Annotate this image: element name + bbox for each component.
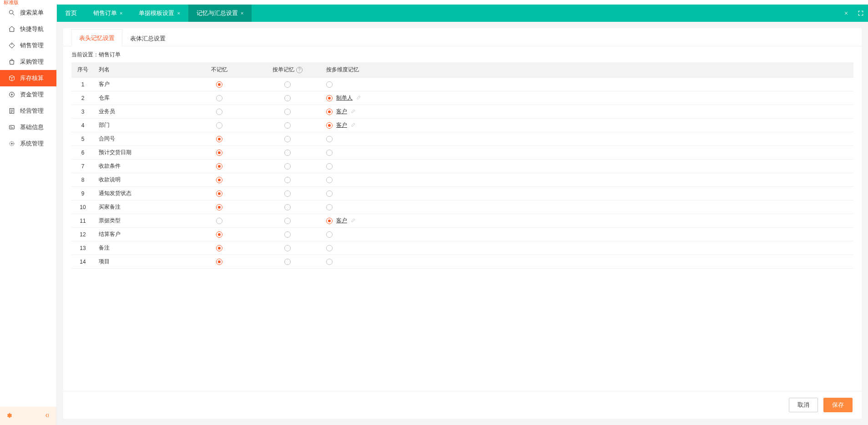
radio-option[interactable] xyxy=(326,163,333,170)
sidebar-item-label: 基础信息 xyxy=(20,123,44,131)
edit-icon[interactable] xyxy=(356,95,362,101)
table-row: 13备注 xyxy=(71,241,853,255)
cell-name: 仓库 xyxy=(94,91,185,105)
collapse-sidebar-icon[interactable] xyxy=(44,412,50,420)
sidebar-item-4[interactable]: 库存核算 xyxy=(0,70,56,86)
radio-option[interactable] xyxy=(216,122,222,129)
radio-option[interactable] xyxy=(326,231,333,238)
radio-option[interactable] xyxy=(284,204,291,210)
save-button[interactable]: 保存 xyxy=(823,398,853,412)
radio-option[interactable] xyxy=(284,122,291,129)
sidebar-item-5[interactable]: 资金管理 xyxy=(0,86,56,103)
dimension-link[interactable]: 客户 xyxy=(336,121,347,129)
radio-option[interactable] xyxy=(284,190,291,197)
radio-option[interactable] xyxy=(216,109,222,115)
radio-option[interactable] xyxy=(284,81,291,88)
radio-option[interactable] xyxy=(326,122,333,129)
radio-option[interactable] xyxy=(326,259,333,265)
radio-option[interactable] xyxy=(216,190,222,197)
close-icon[interactable]: × xyxy=(177,10,180,16)
cell-no-memory xyxy=(185,160,253,173)
cell-no-memory xyxy=(185,119,253,132)
search-icon xyxy=(8,9,15,16)
radio-option[interactable] xyxy=(326,136,333,142)
radio-option[interactable] xyxy=(284,218,291,224)
radio-option[interactable] xyxy=(284,177,291,183)
radio-option[interactable] xyxy=(216,163,222,170)
cell-by-order xyxy=(253,255,322,269)
radio-option[interactable] xyxy=(284,109,291,115)
cell-by-order xyxy=(253,146,322,160)
sidebar-item-label: 库存核算 xyxy=(20,74,44,82)
edit-icon[interactable] xyxy=(351,108,356,115)
radio-option[interactable] xyxy=(216,81,222,88)
close-all-tabs-button[interactable] xyxy=(839,10,853,16)
tab-3[interactable]: 记忆与汇总设置× xyxy=(188,5,252,22)
settings-icon[interactable] xyxy=(6,412,13,420)
svg-point-6 xyxy=(11,143,13,145)
cell-by-order xyxy=(253,78,322,91)
radio-option[interactable] xyxy=(326,204,333,210)
fullscreen-button[interactable] xyxy=(853,10,868,16)
sidebar-item-8[interactable]: 系统管理 xyxy=(0,135,56,152)
sidebar-item-6[interactable]: 经营管理 xyxy=(0,103,56,119)
table-row: 8收款说明 xyxy=(71,173,853,187)
radio-option[interactable] xyxy=(326,81,333,88)
dimension-link[interactable]: 制单人 xyxy=(336,94,353,102)
radio-option[interactable] xyxy=(216,259,222,265)
dimension-link[interactable]: 客户 xyxy=(336,108,347,115)
edit-icon[interactable] xyxy=(351,217,356,224)
radio-option[interactable] xyxy=(284,163,291,170)
radio-option[interactable] xyxy=(216,231,222,238)
dimension-link[interactable]: 客户 xyxy=(336,217,347,225)
radio-option[interactable] xyxy=(326,95,333,101)
sidebar-item-7[interactable]: 基础信息 xyxy=(0,119,56,135)
radio-option[interactable] xyxy=(326,177,333,183)
cell-no-memory xyxy=(185,132,253,146)
cell-no-memory xyxy=(185,255,253,269)
sidebar-item-2[interactable]: 销售管理 xyxy=(0,37,56,54)
radio-option[interactable] xyxy=(326,150,333,156)
table-row: 14项目 xyxy=(71,255,853,269)
sidebar-item-1[interactable]: 快捷导航 xyxy=(0,21,56,37)
radio-option[interactable] xyxy=(326,218,333,224)
radio-option[interactable] xyxy=(216,218,222,224)
radio-option[interactable] xyxy=(326,245,333,251)
help-icon[interactable]: ? xyxy=(296,67,303,73)
sub-tab-0[interactable]: 表头记忆设置 xyxy=(71,29,122,46)
radio-option[interactable] xyxy=(284,259,291,265)
tab-1[interactable]: 销售订单× xyxy=(85,5,131,22)
cell-by-order xyxy=(253,241,322,255)
tab-0[interactable]: 首页 xyxy=(57,5,85,22)
radio-option[interactable] xyxy=(216,150,222,156)
col-header-seq: 序号 xyxy=(71,62,94,78)
table-row: 1客户 xyxy=(71,78,853,91)
sub-tab-1[interactable]: 表体汇总设置 xyxy=(122,30,173,46)
cell-seq: 9 xyxy=(71,187,94,200)
radio-option[interactable] xyxy=(326,190,333,197)
close-icon[interactable]: × xyxy=(120,10,122,16)
radio-option[interactable] xyxy=(326,109,333,115)
radio-option[interactable] xyxy=(216,245,222,251)
cell-by-dimension xyxy=(322,132,853,146)
radio-option[interactable] xyxy=(216,204,222,210)
col-header-by-order: 按单记忆? xyxy=(253,62,322,78)
radio-option[interactable] xyxy=(284,136,291,142)
coin-icon xyxy=(8,91,15,98)
radio-option[interactable] xyxy=(216,95,222,101)
svg-rect-4 xyxy=(10,125,15,129)
sidebar-item-0[interactable]: 搜索菜单 xyxy=(0,5,56,21)
edit-icon[interactable] xyxy=(351,122,356,129)
close-icon[interactable]: × xyxy=(241,10,243,16)
tab-2[interactable]: 单据模板设置× xyxy=(131,5,188,22)
sidebar-item-3[interactable]: 采购管理 xyxy=(0,54,56,70)
radio-option[interactable] xyxy=(284,231,291,238)
radio-option[interactable] xyxy=(284,150,291,156)
cell-by-dimension xyxy=(322,255,853,269)
radio-option[interactable] xyxy=(284,95,291,101)
cell-by-dimension: 客户 xyxy=(322,214,853,228)
radio-option[interactable] xyxy=(284,245,291,251)
radio-option[interactable] xyxy=(216,177,222,183)
radio-option[interactable] xyxy=(216,136,222,142)
cancel-button[interactable]: 取消 xyxy=(789,398,818,412)
